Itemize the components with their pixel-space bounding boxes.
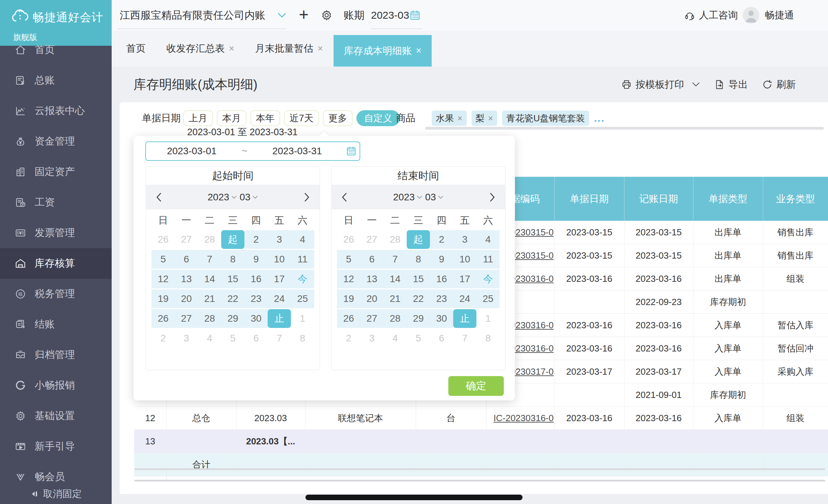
close-icon[interactable]: × xyxy=(318,43,323,54)
sidebar-item-guide[interactable]: 新手引导 xyxy=(0,431,112,462)
calendar-day[interactable]: 21 xyxy=(383,289,407,308)
calendar-day[interactable]: 26 xyxy=(337,309,360,328)
tab-收发存汇总表[interactable]: 收发存汇总表× xyxy=(156,31,245,67)
sidebar-item-tax[interactable]: 税税务管理 xyxy=(0,279,112,309)
calendar-day[interactable]: 15 xyxy=(407,270,430,288)
calendar-day[interactable]: 7 xyxy=(383,250,407,269)
calendar-day[interactable]: 12 xyxy=(152,270,175,288)
print-button[interactable]: 按模板打印 xyxy=(621,78,700,91)
sidebar-item-archive[interactable]: 归档管理 xyxy=(0,340,112,370)
calendar-day[interactable]: 5 xyxy=(221,329,244,348)
calendar-day[interactable]: 3 xyxy=(453,230,476,249)
calendar-day[interactable]: 4 xyxy=(476,230,500,249)
calendar-icon[interactable] xyxy=(409,9,421,21)
calendar-day[interactable]: 1 xyxy=(291,309,314,328)
sidebar-item-cloud-report[interactable]: 云报表中心 xyxy=(0,96,112,126)
calendar-day[interactable]: 26 xyxy=(337,230,360,249)
close-icon[interactable]: × xyxy=(229,43,234,54)
calendar-day[interactable]: 28 xyxy=(383,309,407,328)
calendar-day[interactable]: 30 xyxy=(430,309,453,328)
calendar-day[interactable]: 19 xyxy=(152,289,175,308)
calendar-day[interactable]: 22 xyxy=(221,289,244,308)
calendar-day[interactable]: 19 xyxy=(337,289,360,308)
calendar-day-end[interactable]: 止 xyxy=(268,309,291,328)
calendar-day-start[interactable]: 起 xyxy=(407,230,430,249)
calendar-day[interactable]: 4 xyxy=(383,329,407,348)
calendar-day[interactable]: 15 xyxy=(221,270,244,288)
period-value[interactable]: 2023-03 xyxy=(371,0,409,31)
prev-month-icon[interactable] xyxy=(340,192,354,202)
end-date-value[interactable]: 2023-03-31 xyxy=(251,146,343,157)
year-select[interactable]: 2023 xyxy=(208,192,237,203)
calendar-day[interactable]: 8 xyxy=(221,250,244,269)
horizontal-scrollbar-bottom[interactable] xyxy=(134,468,825,470)
calendar-day[interactable]: 7 xyxy=(453,329,476,348)
month-select[interactable]: 03 xyxy=(240,192,258,203)
sidebar-item-funds[interactable]: 资金管理 xyxy=(0,126,112,157)
calendar-day[interactable]: 14 xyxy=(198,270,221,288)
calendar-day[interactable]: 23 xyxy=(244,289,268,308)
calendar-day[interactable]: 10 xyxy=(268,250,291,269)
calendar-day[interactable]: 8 xyxy=(476,329,500,348)
calendar-day[interactable]: 16 xyxy=(430,270,453,288)
calendar-day[interactable]: 20 xyxy=(360,289,383,308)
sidebar-item-invoice[interactable]: 发票管理 xyxy=(0,218,112,248)
calendar-day[interactable]: 24 xyxy=(453,289,476,308)
date-option-pill[interactable]: 本年 xyxy=(250,110,280,126)
calendar-day[interactable]: 27 xyxy=(360,309,383,328)
product-tag[interactable]: 青花瓷U盘钢笔套装 xyxy=(502,111,589,126)
year-select[interactable]: 2023 xyxy=(393,192,422,203)
calendar-day[interactable]: 9 xyxy=(244,250,268,269)
calendar-day[interactable]: 2 xyxy=(337,329,360,348)
date-option-pill[interactable]: 本月 xyxy=(217,110,247,126)
sidebar-item-ledger[interactable]: 总账 xyxy=(0,65,112,96)
calendar-day[interactable]: 3 xyxy=(360,329,383,348)
calendar-day[interactable]: 24 xyxy=(268,289,291,308)
calendar-day[interactable]: 29 xyxy=(407,309,430,328)
date-option-pill[interactable]: 近7天 xyxy=(284,110,319,126)
horizontal-scrollbar-top[interactable] xyxy=(425,127,824,130)
tab-首页[interactable]: 首页 xyxy=(116,31,156,67)
calendar-day[interactable]: 22 xyxy=(407,289,430,308)
export-button[interactable]: 导出 xyxy=(714,78,748,91)
calendar-day[interactable]: 28 xyxy=(198,230,221,249)
calendar-day[interactable]: 26 xyxy=(152,309,175,328)
tab-月末批量暂估[interactable]: 月末批量暂估× xyxy=(245,31,334,67)
calendar-day[interactable]: 10 xyxy=(453,250,476,269)
prev-month-icon[interactable] xyxy=(155,192,169,202)
username[interactable]: 畅捷通 xyxy=(765,0,794,31)
calendar-day[interactable]: 27 xyxy=(175,230,198,249)
calendar-day[interactable]: 5 xyxy=(407,329,430,348)
bottom-scrollbar[interactable] xyxy=(305,495,523,500)
month-select[interactable]: 03 xyxy=(425,192,443,203)
sidebar-item-home[interactable]: 首页 xyxy=(0,35,112,65)
next-month-icon[interactable] xyxy=(297,192,311,202)
calendar-day[interactable]: 8 xyxy=(291,329,314,348)
sidebar-item-settings[interactable]: 基础设置 xyxy=(0,401,112,431)
calendar-day[interactable]: 6 xyxy=(360,250,383,269)
calendar-day[interactable]: 11 xyxy=(291,250,314,269)
calendar-day[interactable]: 28 xyxy=(198,309,221,328)
calendar-day[interactable]: 8 xyxy=(407,250,430,269)
doc-code-link[interactable]: IC-20230316-0 xyxy=(493,413,553,423)
date-range-input[interactable]: 2023-03-01 ~ 2023-03-31 xyxy=(145,141,360,161)
calendar-day-end[interactable]: 止 xyxy=(453,309,476,328)
more-tags-ellipsis[interactable]: ... xyxy=(594,111,605,126)
calendar-day[interactable]: 17 xyxy=(268,270,291,288)
next-month-icon[interactable] xyxy=(482,192,496,202)
calendar-day[interactable]: 1 xyxy=(476,309,500,328)
company-select[interactable]: 江西服宝精品有限责任公司内账 xyxy=(120,0,265,31)
calendar-day[interactable]: 30 xyxy=(244,309,268,328)
start-date-value[interactable]: 2023-03-01 xyxy=(146,146,238,157)
sidebar-item-fixed-assets[interactable]: 固定资产 xyxy=(0,157,112,187)
calendar-day[interactable]: 4 xyxy=(198,329,221,348)
date-option-pill[interactable]: 更多 xyxy=(323,110,353,126)
calendar-day[interactable]: 25 xyxy=(291,289,314,308)
avatar[interactable] xyxy=(743,7,759,24)
product-tag[interactable]: 水果× xyxy=(432,111,467,126)
confirm-button[interactable]: 确定 xyxy=(448,376,504,396)
calendar-day[interactable]: 2 xyxy=(244,230,268,249)
product-tag[interactable]: 梨× xyxy=(472,111,498,126)
date-option-custom[interactable]: 自定义 xyxy=(356,110,400,126)
calendar-day[interactable]: 26 xyxy=(152,230,175,249)
